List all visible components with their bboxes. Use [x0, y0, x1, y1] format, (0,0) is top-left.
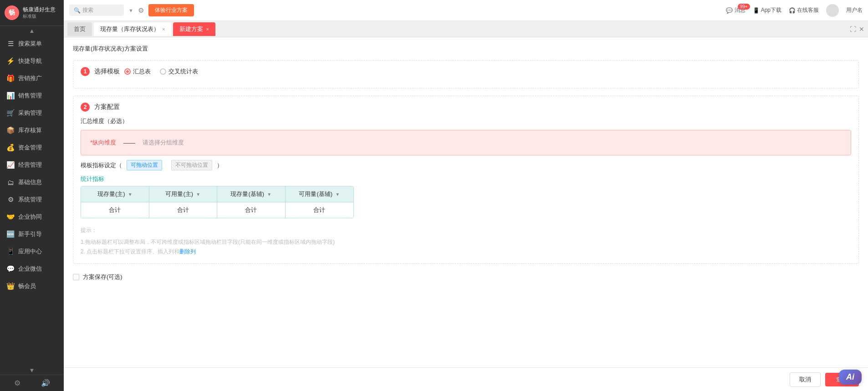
- sidebar-item-label: 基础信息: [18, 178, 42, 186]
- collapse-icon[interactable]: ✕: [859, 26, 864, 33]
- vip-icon: 👑: [6, 282, 15, 290]
- logo-icon: 畅: [5, 5, 19, 20]
- step2-header: 2 方案配置: [81, 103, 851, 112]
- stats-label: 统计指标: [81, 175, 851, 183]
- topbar-search[interactable]: 🔍 搜索: [69, 5, 124, 16]
- step2-section: 2 方案配置 汇总维度（必选） *纵向维度 —— 请选择分组维度 模板指标设定（…: [73, 96, 859, 264]
- col-header-2-label: 现存量(基辅): [230, 190, 264, 198]
- tab-home-label: 首页: [74, 25, 86, 33]
- inventory-icon: 📦: [6, 126, 15, 134]
- tab-home[interactable]: 首页: [67, 22, 92, 36]
- username-label[interactable]: 用户名: [846, 6, 863, 14]
- sidebar-item-label: 资金管理: [18, 144, 42, 152]
- sidebar-scroll-up[interactable]: ▲: [0, 26, 64, 35]
- tabs-bar: 首页 现存量（库存状况表） × 新建方案 × ⛶ ✕: [64, 21, 868, 37]
- cancel-button[interactable]: 取消: [790, 372, 821, 387]
- search-icon: 🔍: [74, 7, 81, 14]
- sidebar-item-vip[interactable]: 👑 畅会员: [0, 278, 64, 295]
- bottom-bar: 取消 查询: [64, 367, 868, 391]
- sidebar-item-label: 搜索菜单: [18, 40, 42, 48]
- col-1-chevron-icon[interactable]: ▼: [196, 192, 200, 197]
- col-header-2[interactable]: 现存量(基辅) ▼: [217, 186, 286, 202]
- sidebar-item-sales[interactable]: 📊 销售管理: [0, 87, 64, 104]
- phone-icon: 📱: [753, 7, 760, 14]
- tab-inventory-status[interactable]: 现存量（库存状况表） ×: [94, 22, 171, 36]
- dimension-area[interactable]: *纵向维度 —— 请选择分组维度: [81, 130, 851, 155]
- sidebar-item-app-center[interactable]: 📱 应用中心: [0, 243, 64, 260]
- radio-summary-inner: [126, 70, 129, 73]
- sidebar-item-inventory[interactable]: 📦 库存核算: [0, 122, 64, 139]
- message-icon: 💬: [726, 7, 733, 14]
- vertical-dimension-label: *纵向维度: [90, 139, 116, 147]
- sidebar-item-newbie[interactable]: 🆕 新手引导: [0, 226, 64, 243]
- app-download-button[interactable]: 📱 App下载: [753, 6, 781, 14]
- sidebar-item-label: 营销推广: [18, 74, 42, 82]
- user-avatar[interactable]: [826, 4, 839, 17]
- speaker-icon[interactable]: 🔊: [41, 379, 50, 387]
- sidebar-item-label: 采购管理: [18, 109, 42, 117]
- message-button[interactable]: 💬 消息 99+: [726, 6, 745, 14]
- save-checkbox[interactable]: [73, 274, 79, 280]
- radio-summary-label: 汇总表: [133, 67, 151, 76]
- col-header-1[interactable]: 可用量(主) ▼: [149, 186, 218, 202]
- tip2-link[interactable]: 删除列: [179, 248, 196, 255]
- ai-badge[interactable]: Ai: [839, 370, 862, 385]
- marketing-icon: 🎁: [6, 74, 15, 82]
- sidebar-item-system[interactable]: ⚙ 系统管理: [0, 191, 64, 208]
- topbar-chevron-icon[interactable]: ▼: [128, 8, 133, 13]
- cell-3: 合计: [286, 202, 354, 218]
- col-0-chevron-icon[interactable]: ▼: [128, 192, 133, 197]
- tips-section: 提示： 1.拖动标题栏可以调整布局，不可跨维度或指标区域拖动栏目字段(只能在同一…: [81, 226, 851, 257]
- step1-badge: 1: [81, 67, 90, 76]
- col-header-3-label: 可用量(基辅): [299, 190, 332, 198]
- step1-title: 选择模板: [94, 67, 120, 76]
- cell-1: 合计: [149, 202, 218, 218]
- col-header-0[interactable]: 现存量(主) ▼: [81, 186, 149, 202]
- sidebar-item-label: 库存核算: [18, 126, 42, 134]
- topbar-gear-icon[interactable]: ⚙: [138, 6, 144, 15]
- sidebar-item-label: 企业微信: [18, 265, 42, 273]
- sidebar-item-purchase[interactable]: 🛒 采购管理: [0, 104, 64, 122]
- online-service-button[interactable]: 🎧 在线客服: [789, 6, 819, 14]
- fullscreen-icon[interactable]: ⛶: [850, 26, 856, 33]
- radio-cross-table[interactable]: 交叉统计表: [160, 67, 198, 76]
- sidebar-item-finance[interactable]: 💰 资金管理: [0, 139, 64, 156]
- sidebar-item-enterprise[interactable]: 🤝 企业协同: [0, 208, 64, 226]
- sidebar-scroll-down[interactable]: ▼: [0, 365, 64, 375]
- sidebar-item-shortcuts[interactable]: ⚡ 快捷导航: [0, 52, 64, 70]
- sidebar-logo: 畅 畅康通好生意 标准版: [0, 0, 64, 26]
- system-icon: ⚙: [6, 196, 15, 204]
- main-area: 🔍 搜索 ▼ ⚙ 体验行业方案 💬 消息 99+ 📱 App下载 🎧 在线客服 …: [64, 0, 868, 391]
- tab-inventory-close-icon[interactable]: ×: [162, 26, 165, 32]
- sidebar-item-wechat[interactable]: 💬 企业微信: [0, 260, 64, 278]
- sidebar-item-search[interactable]: ☰ 搜索菜单: [0, 35, 64, 52]
- basic-info-icon: 🗂: [6, 179, 15, 186]
- app-center-icon: 📱: [6, 247, 15, 256]
- settings-icon[interactable]: ⚙: [14, 379, 20, 387]
- purchase-icon: 🛒: [6, 109, 15, 117]
- sidebar-item-label: 新手引导: [18, 230, 42, 238]
- col-header-3[interactable]: 可用量(基辅) ▼: [286, 186, 354, 202]
- indicator-setting-row: 模板指标设定（ 可拖动位置 不可拖动位置 ）: [81, 160, 851, 170]
- headset-icon: 🎧: [789, 7, 796, 14]
- tab-new-label: 新建方案: [179, 25, 203, 33]
- dim-select-hint[interactable]: 请选择分组维度: [143, 139, 184, 147]
- trial-industry-button[interactable]: 体验行业方案: [148, 4, 194, 16]
- step2-badge: 2: [81, 103, 90, 112]
- stats-table: 现存量(主) ▼ 可用量(主) ▼ 现存量(基辅) ▼ 可用量(基辅) ▼: [81, 186, 354, 218]
- sidebar-item-basic-info[interactable]: 🗂 基础信息: [0, 174, 64, 191]
- newbie-icon: 🆕: [6, 230, 15, 238]
- stats-table-body: 合计 合计 合计 合计: [81, 202, 353, 218]
- non-draggable-badge: 不可拖动位置: [171, 160, 212, 170]
- tips-title: 提示：: [81, 226, 851, 236]
- management-icon: 📈: [6, 161, 15, 169]
- col-2-chevron-icon[interactable]: ▼: [267, 192, 271, 197]
- col-3-chevron-icon[interactable]: ▼: [335, 192, 340, 197]
- sidebar-item-management[interactable]: 📈 经营管理: [0, 156, 64, 174]
- tab-new-close-icon[interactable]: ×: [206, 26, 209, 32]
- radio-summary-table[interactable]: 汇总表: [124, 67, 151, 76]
- topbar-right: 💬 消息 99+ 📱 App下载 🎧 在线客服 用户名: [726, 4, 863, 17]
- sidebar-item-marketing[interactable]: 🎁 营销推广: [0, 70, 64, 87]
- tab-new-plan[interactable]: 新建方案 ×: [173, 22, 215, 36]
- app-edition: 标准版: [23, 13, 56, 20]
